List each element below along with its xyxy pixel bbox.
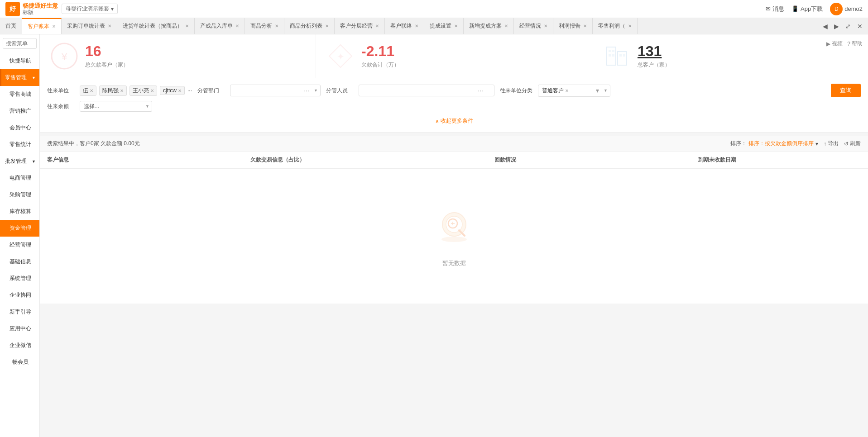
sidebar-item-newbie[interactable]: 新手引导 [0,304,39,320]
stat-info-customers: 16 总欠款客户（家） [85,43,129,69]
total-customers-label: 总欠款客户（家） [85,61,129,69]
company-tag-wang[interactable]: 王小亮 ✕ [129,86,157,96]
person-dots-icon[interactable]: ··· [478,87,483,94]
tab-product-in[interactable]: 产成品入库单 ✕ [195,18,245,34]
svg-rect-8 [612,54,614,57]
more-tags-btn[interactable]: ··· [187,87,192,94]
app-download-btn[interactable]: 📱 App下载 [791,5,823,13]
company-tag-cjttcw[interactable]: cjttcw ✕ [160,86,185,95]
close-icon[interactable]: ✕ [185,24,189,28]
company-tag-wu[interactable]: 伍 ✕ [80,86,96,96]
stat-info-all: 131 总客户（家） [638,43,670,69]
export-icon: ↑ [824,141,826,147]
person-select[interactable]: ··· [359,85,494,96]
category-select-wrapper: 普通客户 ✕ ▾ [538,85,610,97]
sidebar-item-app-center[interactable]: 应用中心 [0,320,39,337]
th-repayment: 回款情况 [494,156,698,164]
sidebar-item-wholesale[interactable]: 批发管理 ▼ [0,153,39,170]
close-icon[interactable]: ✕ [415,24,418,28]
sidebar-item-enterprise-wechat[interactable]: 企业微信 [0,337,39,354]
remove-tag-cjttcw[interactable]: ✕ [178,88,182,93]
tab-close-all-btn[interactable]: ✕ [855,22,864,31]
sidebar-item-quick-nav[interactable]: 快捷导航 [0,52,39,69]
filter-row-2: 往来余额 选择... [47,101,861,112]
close-icon[interactable]: ✕ [52,24,56,29]
user-menu[interactable]: D demo2 [830,3,863,15]
close-icon[interactable]: ✕ [544,24,547,28]
tab-prev-btn[interactable]: ◀ [821,22,830,31]
category-select[interactable]: 普通客户 ✕ ▾ [538,85,610,97]
close-icon[interactable]: ✕ [504,24,508,28]
search-input[interactable] [3,38,37,49]
sidebar-item-retail-stat[interactable]: 零售统计 [0,136,39,153]
tab-controls: ◀ ▶ ⤢ ✕ [817,18,868,34]
tab-new-improve[interactable]: 新增提成方案 ✕ [464,18,514,34]
sidebar-item-basic[interactable]: 基础信息 [0,253,39,270]
close-icon[interactable]: ✕ [325,24,329,28]
video-btn[interactable]: ▶ 视频 [826,40,843,48]
stat-icon-customers: ¥ [51,43,78,70]
balance-select-wrapper: 选择... [80,101,152,112]
result-bar: 搜索结果中，客户0家 欠款金额 0.00元 排序： 排序：按欠款金额倒序排序 ▾… [40,136,868,152]
remove-category-tag[interactable]: ✕ [565,88,569,93]
sidebar-item-system[interactable]: 系统管理 [0,270,39,287]
sidebar-item-retail-shop[interactable]: 零售商城 [0,86,39,103]
sort-select[interactable]: 排序： 排序：按欠款金额倒序排序 ▾ [730,140,818,147]
tab-home[interactable]: 首页 [0,18,22,34]
tab-product-analysis[interactable]: 商品分析 ✕ [245,18,284,34]
svg-text:✦: ✦ [337,52,345,62]
close-icon[interactable]: ✕ [454,24,458,28]
close-icon[interactable]: ✕ [583,24,587,28]
dept-select[interactable]: ··· [230,85,321,96]
svg-rect-5 [609,50,611,52]
remove-tag-chen[interactable]: ✕ [120,88,124,93]
export-btn[interactable]: ↑ 导出 [824,140,839,147]
help-icon: ? [847,41,850,47]
sidebar-item-ecom[interactable]: 电商管理 [0,170,39,186]
sidebar-item-member-center[interactable]: 会员中心 [0,119,39,136]
sidebar-item-enterprise-collab[interactable]: 企业协同 [0,287,39,304]
account-dropdown[interactable]: 母婴行业演示账套 ▾ [62,4,118,14]
help-btn[interactable]: ? 帮助 [847,40,863,48]
close-icon[interactable]: ✕ [235,24,239,28]
tab-customer-tier[interactable]: 客户分层经营 ✕ [335,18,385,34]
svg-rect-10 [623,54,625,57]
tab-customer-capital[interactable]: 客户账本 ✕ [22,18,62,34]
balance-select[interactable]: 选择... [80,101,152,112]
close-icon[interactable]: ✕ [275,24,278,28]
company-tag-chen[interactable]: 陈民强 ✕ [99,86,127,96]
remove-tag-wu[interactable]: ✕ [90,88,93,93]
sidebar-item-ops[interactable]: 经营管理 [0,237,39,253]
collapse-btn[interactable]: ∧ 收起更多条件 [47,115,861,127]
sidebar-item-inventory[interactable]: 库存核算 [0,203,39,220]
app-icon: 📱 [791,5,799,12]
message-btn[interactable]: ✉ 消息 [766,5,784,13]
sidebar-item-retail-mgmt[interactable]: 零售管理 ▼ [0,69,39,86]
refresh-btn[interactable]: ↺ 刷新 [844,140,861,147]
tab-customer-contact[interactable]: 客户联络 ✕ [385,18,424,34]
close-icon[interactable]: ✕ [108,24,111,28]
sidebar-item-vip[interactable]: 畅会员 [0,354,39,370]
sidebar-item-marketing[interactable]: 营销推广 [0,103,39,119]
sidebar-item-purchase[interactable]: 采购管理 [0,186,39,203]
logo-icon: 好 [5,2,20,16]
tab-improve-settings[interactable]: 提成设置 ✕ [424,18,464,34]
tab-product-analysis-list[interactable]: 商品分析列表 ✕ [284,18,335,34]
category-tag-normal[interactable]: 普通客户 ✕ [542,87,569,95]
close-icon[interactable]: ✕ [375,24,379,28]
tab-profit-report[interactable]: 利润报告 ✕ [553,18,593,34]
query-button[interactable]: 查询 [831,84,861,97]
tab-operations[interactable]: 经营情况 ✕ [514,18,553,34]
dots-icon[interactable]: ··· [304,87,309,94]
tab-retail-profit[interactable]: 零售利润（ ✕ [593,18,638,34]
tab-expand-btn[interactable]: ⤢ [844,22,853,31]
remove-tag-wang[interactable]: ✕ [150,88,154,93]
category-chevron[interactable]: ▾ [596,87,599,94]
tab-purchase-stat[interactable]: 采购订单统计表 ✕ [62,18,117,34]
tab-next-btn[interactable]: ▶ [832,22,841,31]
all-customers-label: 总客户（家） [638,61,670,69]
sort-label: 排序： [730,140,747,147]
sidebar-item-finance[interactable]: 资金管理 [0,220,39,237]
close-icon[interactable]: ✕ [628,24,632,28]
tab-inbound-stat[interactable]: 进货单统计表（按商品） ✕ [117,18,195,34]
